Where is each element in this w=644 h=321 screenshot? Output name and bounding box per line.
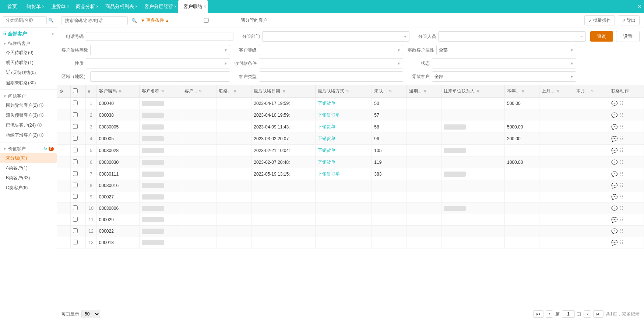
col-contact-person[interactable]: 往来单位联系人 ⇅ bbox=[441, 85, 504, 98]
contact-type-link[interactable]: 下销货单 bbox=[318, 100, 335, 106]
contact-phone-icon[interactable]: 💬 bbox=[611, 112, 617, 118]
close-customer-tier-tab[interactable]: × bbox=[174, 4, 177, 9]
row-last-type[interactable]: 下销货单 bbox=[315, 145, 372, 156]
row-checkbox[interactable] bbox=[73, 159, 78, 164]
dept-select[interactable]: ▼ bbox=[262, 31, 410, 42]
contact-phone-icon[interactable]: 💬 bbox=[611, 183, 617, 188]
select-all-checkbox[interactable] bbox=[73, 88, 78, 93]
sidebar-item-churn-warning[interactable]: 流失预警客户(3) ⓘ bbox=[0, 110, 57, 120]
my-customers-checkbox[interactable] bbox=[173, 18, 239, 23]
row-last-type[interactable] bbox=[315, 226, 372, 237]
contact-type-link[interactable]: 下销售订单 bbox=[318, 171, 340, 176]
contact-phone-icon[interactable]: 💬 bbox=[611, 159, 617, 165]
row-checkbox-cell[interactable] bbox=[71, 180, 86, 191]
sidebar-item-week-pending[interactable]: 近7天待联络(0) bbox=[0, 68, 57, 78]
col-this-year[interactable]: 本年... ⇅ bbox=[505, 85, 539, 98]
row-checkbox-cell[interactable] bbox=[71, 156, 86, 168]
sidebar-item-churned[interactable]: 已流失客户(24) ⓘ bbox=[0, 120, 57, 130]
contact-phone-icon[interactable]: 💬 bbox=[611, 205, 617, 211]
contact-type-link[interactable]: 下销货单 bbox=[318, 124, 335, 129]
row-checkbox[interactable] bbox=[73, 183, 78, 187]
filter-search-icon[interactable]: 🔍 bbox=[131, 18, 137, 23]
row-last-type[interactable]: 下销售订单 bbox=[315, 168, 372, 180]
price-level-select[interactable]: ▼ bbox=[90, 45, 230, 55]
col-last-month[interactable]: 上月... ⇅ bbox=[539, 85, 574, 98]
row-last-type[interactable]: 下销货单 bbox=[315, 121, 372, 133]
sidebar-search-icon[interactable]: 🔍 bbox=[48, 18, 54, 23]
contact-more-icon[interactable]: ⠿ bbox=[620, 240, 623, 246]
region-select[interactable]: ··· bbox=[90, 71, 230, 82]
col-checkbox[interactable] bbox=[71, 85, 86, 98]
contact-more-icon[interactable]: ⠿ bbox=[620, 171, 623, 177]
row-last-type[interactable] bbox=[315, 191, 372, 203]
payment-select[interactable]: ▼ bbox=[259, 58, 403, 68]
contact-phone-icon[interactable]: 💬 bbox=[611, 148, 617, 154]
row-checkbox[interactable] bbox=[73, 171, 78, 176]
last-page-btn[interactable]: ⏭ bbox=[593, 310, 603, 318]
col-last-date[interactable]: 最后联络日期 ⇅ bbox=[251, 85, 315, 98]
col-last-type[interactable]: 最后联络方式 ⇅ bbox=[315, 85, 372, 98]
row-last-type[interactable]: 下销货单 bbox=[315, 133, 372, 145]
contact-phone-icon[interactable]: 💬 bbox=[611, 217, 617, 223]
my-customers-checkbox-label[interactable]: 我分管的客户 bbox=[173, 17, 267, 24]
contact-more-icon[interactable]: ⠿ bbox=[620, 112, 623, 118]
contact-more-icon[interactable]: ⠿ bbox=[620, 136, 623, 142]
sidebar-item-today-pending[interactable]: 今天待联络(0) bbox=[0, 48, 57, 58]
customer-type-select[interactable] bbox=[259, 71, 403, 82]
contact-more-icon[interactable]: ⠿ bbox=[620, 228, 623, 234]
sidebar-item-overdue-pending[interactable]: 逾期未联络(30) bbox=[0, 78, 57, 88]
row-last-type[interactable] bbox=[315, 237, 372, 248]
row-checkbox-cell[interactable] bbox=[71, 133, 86, 145]
row-last-type[interactable]: 下销货单 bbox=[315, 98, 372, 109]
row-last-type[interactable]: 下销售订单 bbox=[315, 109, 372, 121]
global-close-btn[interactable]: × bbox=[638, 3, 641, 10]
customer-level-select[interactable]: ▼ bbox=[259, 45, 403, 55]
contact-type-link[interactable]: 下销货单 bbox=[318, 148, 335, 153]
contact-more-icon[interactable]: ⠿ bbox=[620, 194, 623, 200]
page-size-select[interactable]: 50 100 200 bbox=[81, 310, 100, 318]
tab-sales[interactable]: 销货单 × bbox=[21, 0, 46, 13]
row-last-type[interactable] bbox=[315, 203, 372, 214]
contact-phone-icon[interactable]: 💬 bbox=[611, 240, 617, 246]
zero-attr-select[interactable]: 全部 ▼ bbox=[436, 45, 576, 55]
value-group-header[interactable]: ▼ 价值客户 ↻ F bbox=[0, 144, 57, 153]
contact-more-icon[interactable]: ⠿ bbox=[620, 217, 623, 223]
pending-group-header[interactable]: ▼ 待联络客户 bbox=[0, 39, 57, 48]
category-search-input[interactable] bbox=[3, 16, 47, 24]
row-checkbox[interactable] bbox=[73, 217, 78, 222]
sidebar-item-declining[interactable]: 持续下滑客户(2) ⓘ bbox=[0, 130, 57, 140]
row-checkbox-cell[interactable] bbox=[71, 214, 86, 226]
sidebar-item-tomorrow-pending[interactable]: 明天待联络(1) bbox=[0, 58, 57, 68]
contact-phone-icon[interactable]: 💬 bbox=[611, 124, 617, 130]
prev-page-btn[interactable]: ‹ bbox=[546, 310, 553, 318]
contact-more-icon[interactable]: ⠿ bbox=[620, 159, 623, 165]
tab-purchase[interactable]: 进货单 × bbox=[46, 0, 71, 13]
col-name[interactable]: 客户名称 ⇅ bbox=[139, 85, 182, 98]
contact-type-link[interactable]: 下销货单 bbox=[318, 159, 335, 165]
contact-phone-icon[interactable]: 💬 bbox=[611, 136, 617, 142]
export-btn[interactable]: ↗ 导出 bbox=[618, 15, 640, 25]
row-checkbox-cell[interactable] bbox=[71, 203, 86, 214]
row-checkbox[interactable] bbox=[73, 124, 78, 129]
row-checkbox[interactable] bbox=[73, 100, 78, 105]
first-page-btn[interactable]: ⏮ bbox=[533, 310, 543, 318]
all-customers-header[interactable]: ⠿ 全部客户 « bbox=[0, 28, 57, 39]
phone-input[interactable] bbox=[86, 32, 233, 41]
tab-customer-tier[interactable]: 客户分层经营 × bbox=[139, 0, 178, 13]
row-checkbox-cell[interactable] bbox=[71, 237, 86, 248]
sidebar-item-no-group[interactable]: 未分组(32) bbox=[0, 153, 57, 163]
batch-ops-btn[interactable]: ✓ 批量操作 bbox=[584, 15, 615, 25]
col-code[interactable]: 客户编码 ⇅ bbox=[96, 85, 139, 98]
row-last-type[interactable] bbox=[315, 214, 372, 226]
col-overdue[interactable]: 逾期... ⇅ bbox=[407, 85, 441, 98]
more-conditions-btn[interactable]: ▼ 更多条件 ▲ bbox=[141, 17, 169, 24]
row-checkbox[interactable] bbox=[73, 205, 78, 210]
status-select[interactable]: ▼ bbox=[432, 58, 576, 68]
row-checkbox[interactable] bbox=[73, 112, 78, 117]
search-input[interactable] bbox=[61, 16, 128, 25]
contact-more-icon[interactable]: ⠿ bbox=[620, 124, 623, 130]
page-number-input[interactable] bbox=[562, 310, 575, 318]
contact-more-icon[interactable]: ⠿ bbox=[620, 183, 623, 188]
tab-goods-list[interactable]: 商品分析列表 × bbox=[100, 0, 139, 13]
row-checkbox-cell[interactable] bbox=[71, 168, 86, 180]
